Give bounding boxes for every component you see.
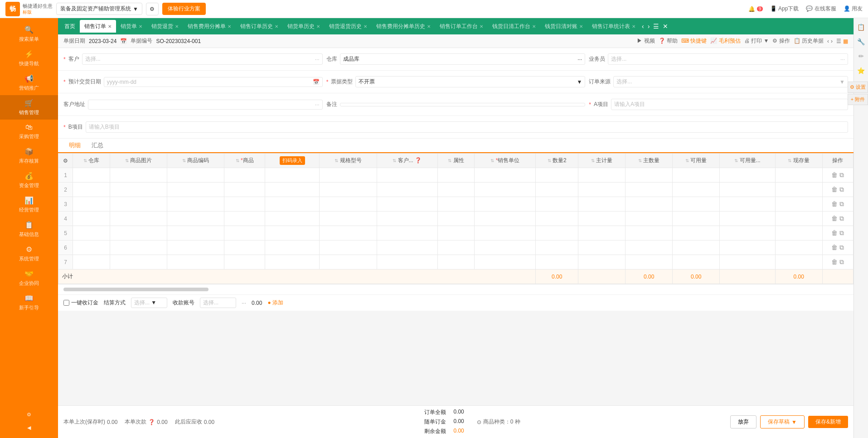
row1-image[interactable] — [110, 168, 167, 183]
right-panel-icon-1[interactable]: 📋 — [856, 22, 867, 33]
sidebar-item-marketing[interactable]: 📢 营销推广 — [0, 71, 58, 95]
system-selector[interactable]: 装备及固定资产辅助管理系统 ▼ — [56, 3, 142, 15]
sidebar-item-search[interactable]: 🔍 搜索菜单 — [0, 22, 58, 46]
tab-goods-history[interactable]: 销货单历史 ✕ — [283, 20, 325, 33]
close-tab-sales-return[interactable]: ✕ — [175, 24, 179, 29]
detail-tab-mingxi[interactable]: 明细 — [63, 139, 86, 153]
row3-main-qty[interactable] — [626, 197, 673, 212]
row7-product[interactable] — [224, 255, 265, 270]
sidebar-item-quicknav[interactable]: ⚡ 快捷导航 — [0, 46, 58, 71]
th-settings[interactable]: ⚙ — [58, 154, 73, 168]
row7-attribute[interactable] — [437, 255, 475, 270]
row1-spec[interactable] — [320, 168, 377, 183]
operation-btn[interactable]: ⚙ 操作 — [772, 37, 790, 45]
user-avatar[interactable]: 👤 用友 — [844, 5, 863, 13]
row6-customer-code[interactable] — [377, 241, 437, 255]
tab-daily-clear-workspace[interactable]: 钱货日清工作台 ✕ — [488, 20, 540, 33]
row3-stock[interactable] — [775, 197, 822, 212]
sidebar-item-purchase[interactable]: 🛍 采购管理 — [0, 120, 58, 144]
row5-copy-icon[interactable]: ⧉ — [839, 229, 844, 237]
row3-customer-code[interactable] — [377, 197, 437, 212]
order-source-input[interactable]: 选择... ▼ — [613, 76, 848, 87]
close-tab-goods-history[interactable]: ✕ — [316, 24, 320, 29]
row2-code[interactable] — [167, 183, 224, 197]
row6-available[interactable] — [673, 241, 720, 255]
close-tab-sales-order-history[interactable]: ✕ — [275, 24, 278, 29]
row2-copy-icon[interactable]: ⧉ — [839, 186, 844, 193]
row6-attribute[interactable] — [437, 241, 475, 255]
debt-question-icon[interactable]: ❓ — [148, 419, 155, 425]
row1-code[interactable] — [167, 168, 224, 183]
row1-delete-icon[interactable]: 🗑 — [831, 171, 838, 179]
tab-return-history[interactable]: 销货退货历史 ✕ — [325, 20, 372, 33]
row7-unit[interactable] — [475, 255, 536, 270]
row5-unit[interactable] — [475, 226, 536, 241]
row4-customer-code[interactable] — [377, 212, 437, 226]
row6-warehouse[interactable] — [73, 241, 110, 255]
bank-select[interactable]: 选择... — [200, 298, 236, 308]
row1-product[interactable] — [224, 168, 265, 183]
row2-product[interactable] — [224, 183, 265, 197]
row5-available-more[interactable] — [720, 226, 775, 241]
close-tab-sales-expense[interactable]: ✕ — [228, 24, 231, 29]
close-tab-daily-clear-account[interactable]: ✕ — [579, 24, 583, 29]
row2-available[interactable] — [673, 183, 720, 197]
row3-available[interactable] — [673, 197, 720, 212]
help-btn[interactable]: ❓ 帮助 — [659, 37, 678, 45]
row2-delete-icon[interactable]: 🗑 — [831, 186, 838, 193]
nav-next-icon[interactable]: › — [831, 38, 833, 44]
row6-code[interactable] — [167, 241, 224, 255]
row1-available-more[interactable] — [720, 168, 775, 183]
row4-qty2[interactable] — [536, 212, 578, 226]
sidebar-item-enterprise[interactable]: 🤝 企业协同 — [0, 266, 58, 290]
row1-warehouse[interactable] — [73, 168, 110, 183]
row5-qty2[interactable] — [536, 226, 578, 241]
row3-code[interactable] — [167, 197, 224, 212]
row5-customer-code[interactable] — [377, 226, 437, 241]
right-panel-icon-4[interactable]: ⭐ — [856, 65, 867, 76]
tab-menu-btn[interactable]: ☰ — [651, 22, 661, 31]
row2-available-more[interactable] — [720, 183, 775, 197]
close-tab-sales-goods[interactable]: ✕ — [139, 24, 142, 29]
row3-spec[interactable] — [320, 197, 377, 212]
settings-button[interactable]: ⚙ — [146, 3, 159, 15]
print-btn[interactable]: 🖨 打印 ▼ — [744, 37, 769, 45]
row1-unit[interactable] — [475, 168, 536, 183]
row5-main-qty[interactable] — [626, 226, 673, 241]
delivery-date-input[interactable]: yyyy-mm-dd 📅 — [104, 77, 323, 87]
row3-unit[interactable] — [475, 197, 536, 212]
row7-image[interactable] — [110, 255, 167, 270]
row3-image[interactable] — [110, 197, 167, 212]
sidebar-item-finance[interactable]: 💰 资金管理 — [0, 168, 58, 193]
row4-main-unit[interactable] — [578, 212, 626, 226]
close-tab-order-workspace[interactable]: ✕ — [480, 24, 483, 29]
row4-product[interactable] — [224, 212, 265, 226]
row6-spec[interactable] — [320, 241, 377, 255]
right-panel-icon-2[interactable]: 🔧 — [856, 36, 867, 47]
discard-button[interactable]: 放弃 — [730, 415, 756, 428]
save-draft-button[interactable]: 保存草稿 ▼ — [760, 415, 805, 428]
row7-available-more[interactable] — [720, 255, 775, 270]
settlement-select[interactable]: 选择... ▼ — [131, 298, 167, 308]
row2-warehouse[interactable] — [73, 183, 110, 197]
row2-unit[interactable] — [475, 183, 536, 197]
row7-main-qty[interactable] — [626, 255, 673, 270]
close-tab-sales-order[interactable]: ✕ — [108, 24, 112, 29]
close-tab-return-history[interactable]: ✕ — [364, 24, 367, 29]
one-key-pay-checkbox[interactable]: 一键收订金 — [63, 299, 98, 307]
customer-input[interactable]: 选择... ··· — [82, 53, 323, 65]
row3-available-more[interactable] — [720, 197, 775, 212]
row5-available[interactable] — [673, 226, 720, 241]
row2-qty2[interactable] — [536, 183, 578, 197]
row4-stock[interactable] — [775, 212, 822, 226]
staff-input[interactable]: 选择... ··· — [608, 53, 848, 65]
row5-main-unit[interactable] — [578, 226, 626, 241]
tab-sales-stat[interactable]: 销售订单统计表 ✕ — [587, 20, 640, 33]
row4-image[interactable] — [110, 212, 167, 226]
a-project-input[interactable]: 请输入A项目 — [611, 99, 848, 110]
video-btn[interactable]: ▶ 视频 — [637, 37, 655, 45]
list-view-icon[interactable]: ☰ — [836, 38, 841, 44]
row3-copy-icon[interactable]: ⧉ — [839, 200, 844, 208]
row6-unit[interactable] — [475, 241, 536, 255]
sidebar-item-sales[interactable]: 🛒 销售管理 — [0, 95, 58, 120]
